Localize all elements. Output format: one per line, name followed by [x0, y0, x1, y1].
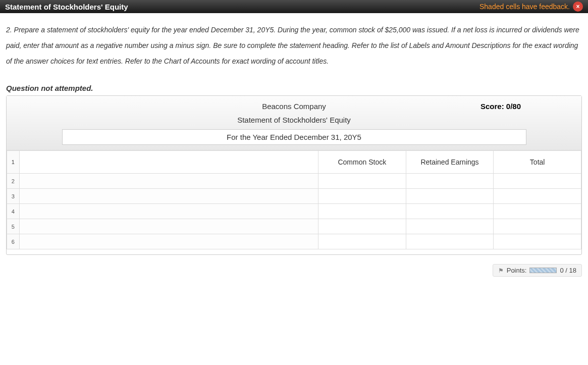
content-area: 2. Prepare a statement of stockholders' … — [0, 13, 588, 279]
page-title: Statement of Stockholders' Equity — [5, 3, 128, 11]
label-input[interactable] — [19, 204, 318, 219]
table-row: 2 — [7, 174, 581, 189]
attempt-status: Question not attempted. — [6, 84, 582, 92]
label-input[interactable] — [19, 174, 318, 189]
feedback-text: Shaded cells have feedback. — [479, 3, 570, 11]
amount-input-common[interactable] — [318, 189, 406, 204]
amount-input-common[interactable] — [318, 219, 406, 234]
row-number: 3 — [7, 189, 20, 204]
table-row: 6 — [7, 234, 581, 249]
label-input[interactable] — [19, 234, 318, 249]
equity-table: 1 Common Stock Retained Earnings Total 2… — [7, 150, 581, 249]
period-input[interactable]: For the Year Ended December 31, 20Y5 — [62, 129, 526, 145]
score-value: 0/80 — [506, 102, 521, 111]
score-label: Score: — [480, 102, 504, 111]
title-bar: Statement of Stockholders' Equity Shaded… — [0, 0, 588, 13]
amount-input-retained[interactable] — [406, 204, 494, 219]
points-badge: ⚑ Points: 0 / 18 — [493, 264, 582, 277]
points-label: Points: — [507, 267, 527, 274]
statement-name: Statement of Stockholders' Equity — [7, 116, 581, 124]
feedback-hint: Shaded cells have feedback. × — [479, 2, 583, 12]
label-header-cell[interactable] — [19, 151, 318, 174]
label-input[interactable] — [19, 219, 318, 234]
row-number: 2 — [7, 174, 20, 189]
instructions-text: 2. Prepare a statement of stockholders' … — [6, 22, 582, 69]
col-retained-earnings: Retained Earnings — [406, 151, 494, 174]
amount-input-total[interactable] — [494, 204, 581, 219]
panel-header: Beacons Company Statement of Stockholder… — [7, 96, 581, 150]
amount-input-total[interactable] — [494, 189, 581, 204]
amount-input-total[interactable] — [494, 174, 581, 189]
amount-input-retained[interactable] — [406, 234, 494, 249]
table-header-row: 1 Common Stock Retained Earnings Total — [7, 151, 581, 174]
amount-input-common[interactable] — [318, 174, 406, 189]
progress-bar — [529, 268, 557, 273]
col-common-stock: Common Stock — [318, 151, 406, 174]
amount-input-retained[interactable] — [406, 189, 494, 204]
col-total: Total — [494, 151, 581, 174]
label-input[interactable] — [19, 189, 318, 204]
amount-input-total[interactable] — [494, 234, 581, 249]
points-value: 0 / 18 — [560, 267, 576, 274]
amount-input-common[interactable] — [318, 204, 406, 219]
statement-panel: Beacons Company Statement of Stockholder… — [6, 95, 582, 255]
row-number: 6 — [7, 234, 20, 249]
row-number: 5 — [7, 219, 20, 234]
row-number: 1 — [7, 151, 20, 174]
table-row: 5 — [7, 219, 581, 234]
amount-input-retained[interactable] — [406, 219, 494, 234]
amount-input-common[interactable] — [318, 234, 406, 249]
score-display: Score: 0/80 — [480, 102, 521, 111]
table-row: 4 — [7, 204, 581, 219]
amount-input-retained[interactable] — [406, 174, 494, 189]
amount-input-total[interactable] — [494, 219, 581, 234]
flag-icon: ⚑ — [498, 267, 504, 274]
row-number: 4 — [7, 204, 20, 219]
close-icon[interactable]: × — [573, 2, 583, 12]
table-row: 3 — [7, 189, 581, 204]
